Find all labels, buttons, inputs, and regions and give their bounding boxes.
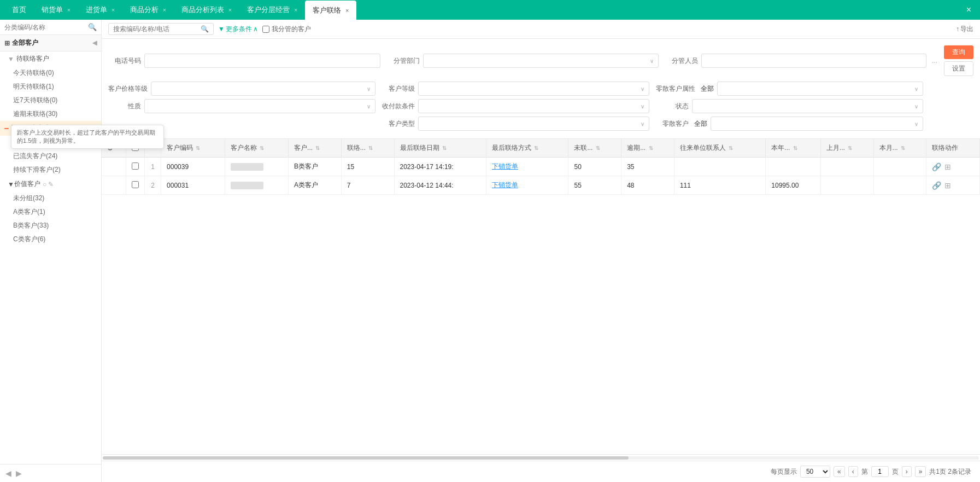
nav-item-customer-contact[interactable]: 客户联络 × [305, 1, 356, 20]
nav-close-purchase[interactable]: × [112, 7, 115, 13]
manager-dots[interactable]: ... [932, 57, 937, 65]
sidebar-item-tomorrow[interactable]: 明天待联络(1) [0, 80, 101, 94]
sidebar-item-churned[interactable]: 已流失客户(24) [0, 149, 101, 163]
th-not-contact[interactable]: 未联... ⇅ [568, 139, 621, 158]
filter-search-input[interactable] [113, 25, 201, 33]
edit-icon[interactable]: ✎ [48, 181, 54, 188]
nav-close-customer-contact[interactable]: × [345, 7, 349, 14]
nav-item-purchase[interactable]: 进货单 × [78, 0, 122, 20]
td-category-1: B类客户 [289, 158, 342, 176]
page-number-input[interactable] [871, 466, 889, 477]
td-overdue-2: 48 [621, 176, 674, 195]
name-sort-icon: ⇅ [260, 145, 264, 151]
last-method-link-1[interactable]: 下销货单 [492, 162, 518, 170]
th-last-method[interactable]: 最后联络方式 ⇅ [486, 139, 568, 158]
nav-item-customer-tier[interactable]: 客户分层经营 × [239, 0, 305, 20]
window-close-button[interactable]: × [962, 5, 976, 15]
my-customers-checkbox[interactable]: 我分管的客户 [262, 25, 311, 34]
th-overdue[interactable]: 逾期... ⇅ [621, 139, 674, 158]
nature-arrow: ∨ [367, 103, 371, 109]
td-last-method-2[interactable]: 下销货单 [486, 176, 568, 195]
sidebar-item-b-class[interactable]: B类客户(33) [0, 219, 101, 233]
filter-cell-phone: 电话号码 [108, 54, 380, 68]
sidebar-item-c-class[interactable]: C类客户(6) [0, 233, 101, 246]
prev-page-btn[interactable]: ‹ [848, 466, 858, 477]
next-page-btn[interactable]: › [902, 466, 912, 477]
filter-search-icon[interactable]: 🔍 [201, 25, 209, 33]
th-this-year[interactable]: 本年... ⇅ [766, 139, 821, 158]
action-grid-icon-1[interactable]: ⊞ [944, 162, 951, 171]
td-name-1 [225, 158, 289, 176]
th-category[interactable]: 客户... ⇅ [289, 139, 342, 158]
cust-type-select[interactable]: ∨ [418, 117, 649, 131]
nav-close-analysis-list[interactable]: × [228, 7, 232, 13]
retail-cust-select[interactable]: ∨ [711, 117, 923, 131]
th-this-month[interactable]: 本月... ⇅ [873, 139, 926, 158]
nav-item-sales[interactable]: 销货单 × [34, 0, 78, 20]
sidebar-search-input[interactable] [4, 24, 88, 31]
sidebar-item-ungrouped[interactable]: 未分组(32) [0, 191, 101, 205]
export-button[interactable]: ↑ 导出 [956, 25, 973, 34]
scrollbar-thumb[interactable] [103, 456, 629, 460]
nav-item-analysis-list[interactable]: 商品分析列表 × [174, 0, 239, 20]
sidebar-all-customers-header[interactable]: ⊞ 全部客户 ◀ [0, 35, 101, 51]
last-method-sort-icon: ⇅ [534, 145, 538, 151]
phone-input[interactable] [144, 54, 380, 68]
th-contact[interactable]: 联络... ⇅ [341, 139, 394, 158]
payment-select[interactable]: ∨ [418, 99, 649, 113]
cust-grade-select[interactable]: ∨ [418, 82, 649, 96]
td-last-method-1[interactable]: 下销货单 [486, 158, 568, 176]
sidebar-search-icon[interactable]: 🔍 [88, 23, 97, 31]
nav-item-analysis[interactable]: 商品分析 × [122, 0, 174, 20]
row-checkbox-1[interactable] [132, 162, 139, 170]
top-navigation: 首页 销货单 × 进货单 × 商品分析 × 商品分析列表 × 客户分层经营 × … [0, 0, 980, 20]
sidebar-item-today[interactable]: 今天待联络(0) [0, 66, 101, 80]
filter-cell-cust-grade: 客户等级 ∨ [382, 82, 649, 96]
nav-close-customer-tier[interactable]: × [294, 7, 297, 13]
query-button[interactable]: 查询 [944, 45, 973, 59]
settings-button[interactable]: 设置 [944, 61, 973, 76]
my-customers-check[interactable] [262, 26, 269, 33]
td-checkbox-2[interactable] [126, 176, 145, 195]
row-checkbox-2[interactable] [132, 181, 139, 188]
more-conditions-btn[interactable]: ▼ 更多条件 ∧ [218, 25, 258, 34]
status-select[interactable]: ∨ [692, 99, 923, 113]
dept-select[interactable]: ∨ [423, 54, 659, 68]
price-grade-select[interactable]: ∨ [151, 82, 375, 96]
filter-cell-retail-attr: 零散客户属性 全部 ∨ [656, 82, 923, 96]
sidebar-item-declining[interactable]: 持续下滑客户(2) [0, 163, 101, 177]
nav-item-home[interactable]: 首页 [4, 0, 34, 20]
th-last-month[interactable]: 上月... ⇅ [820, 139, 873, 158]
sidebar-collapse-btn[interactable]: ◀ [92, 39, 97, 47]
td-checkbox-1[interactable] [126, 158, 145, 176]
overdue-sort-icon: ⇅ [649, 145, 653, 151]
th-unit-contact[interactable]: 往来单位联系人 ⇅ [674, 139, 765, 158]
sidebar-item-overdue[interactable]: 逾期未联络(30) [0, 107, 101, 121]
last-method-link-2[interactable]: 下销货单 [492, 181, 518, 189]
scrollbar-track[interactable] [103, 456, 979, 460]
th-code[interactable]: 客户编码 ⇅ [161, 139, 225, 158]
th-name[interactable]: 客户名称 ⇅ [225, 139, 289, 158]
action-grid-icon-2[interactable]: ⊞ [944, 181, 951, 190]
last-page-btn[interactable]: » [915, 466, 926, 477]
th-last-date[interactable]: 最后联络日期 ⇅ [394, 139, 486, 158]
nav-close-sales[interactable]: × [67, 7, 71, 13]
export-icon: ↑ [956, 25, 959, 33]
sidebar-bottom-left[interactable]: ◀ [4, 468, 13, 479]
first-page-btn[interactable]: « [834, 466, 845, 477]
manager-select[interactable] [701, 54, 926, 68]
td-code-2: 000031 [161, 176, 225, 195]
nature-select[interactable]: ∨ [144, 99, 375, 113]
retail-attr-select[interactable]: ∨ [717, 82, 923, 96]
sidebar-item-7days[interactable]: 近7天待联络(0) [0, 94, 101, 107]
page-size-select[interactable]: 50 20 100 [800, 466, 830, 478]
horizontal-scrollbar[interactable] [102, 454, 980, 461]
action-link-icon-2[interactable]: 🔗 [932, 181, 941, 190]
td-code-1: 000039 [161, 158, 225, 176]
sidebar-bottom-right[interactable]: ▶ [15, 468, 23, 479]
action-link-icon-1[interactable]: 🔗 [932, 162, 941, 171]
circle-icon[interactable]: ○ [43, 181, 46, 188]
sidebar-pending-contact-group[interactable]: ▼ 待联络客户 [0, 51, 101, 66]
sidebar-item-a-class[interactable]: A类客户(1) [0, 205, 101, 219]
nav-close-analysis[interactable]: × [163, 7, 166, 13]
